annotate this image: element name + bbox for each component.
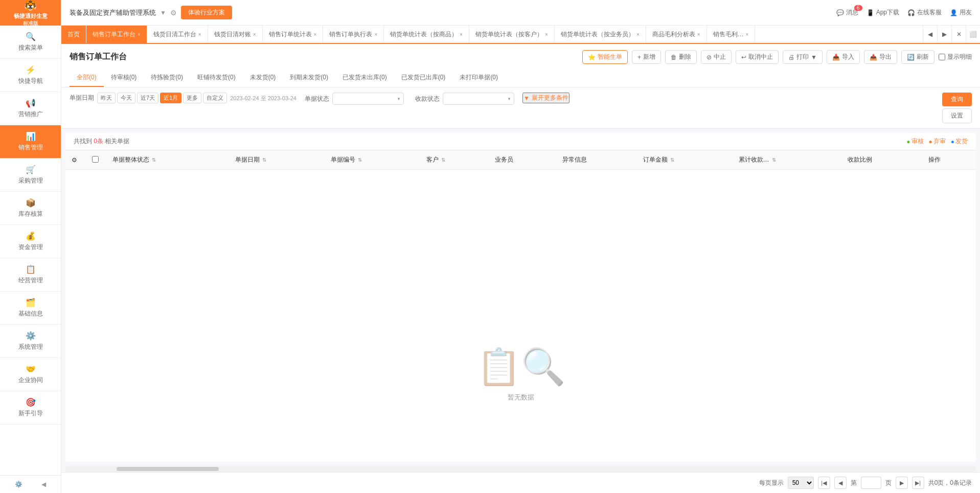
subtab-0[interactable]: 全部(0) bbox=[70, 69, 104, 87]
subtab-7[interactable]: 已发货已出库(0) bbox=[394, 69, 453, 87]
tab-5[interactable]: 销售订单执行表× bbox=[323, 26, 384, 43]
subtab-6[interactable]: 已发货未出库(0) bbox=[335, 69, 394, 87]
query-button[interactable]: 查询 bbox=[942, 93, 972, 106]
sidebar-item-10[interactable]: 🤝企业协同 bbox=[0, 358, 61, 391]
tab-close-4[interactable]: × bbox=[314, 32, 317, 37]
tab-prev-arrow[interactable]: ◀ bbox=[923, 26, 937, 43]
expand-filter-button[interactable]: ▼ 展开更多条件 bbox=[522, 93, 569, 103]
horizontal-scrollbar[interactable] bbox=[65, 466, 976, 472]
sidebar-item-4[interactable]: 🛒采购管理 bbox=[0, 159, 61, 192]
show-detail-checkbox[interactable]: 显示明细 bbox=[939, 53, 972, 61]
scroll-thumb[interactable] bbox=[117, 467, 219, 471]
tab-0[interactable]: 首页 bbox=[61, 26, 86, 43]
sort-icon-status[interactable]: ⇅ bbox=[152, 157, 156, 163]
tab-next-arrow[interactable]: ▶ bbox=[937, 26, 951, 43]
tab-close-7[interactable]: × bbox=[545, 32, 548, 37]
online-service-item[interactable]: 🎧 在线客服 bbox=[907, 8, 942, 17]
delete-button[interactable]: 🗑 删除 bbox=[665, 50, 697, 64]
subtab-8[interactable]: 未打印单据(0) bbox=[452, 69, 505, 87]
cancel-suspend-button[interactable]: ↩ 取消中止 bbox=[736, 50, 779, 64]
settings-icon[interactable]: ⚙️ bbox=[15, 481, 22, 488]
status-select[interactable] bbox=[332, 93, 404, 105]
refresh-button[interactable]: 🔄 刷新 bbox=[901, 50, 935, 64]
subtab-3[interactable]: 旺铺待发货(0) bbox=[190, 69, 243, 87]
tab-7[interactable]: 销货单统计表（按客户）× bbox=[469, 26, 555, 43]
tab-close-6[interactable]: × bbox=[460, 32, 463, 37]
sidebar-item-1[interactable]: ⚡快捷导航 bbox=[0, 59, 61, 92]
collapse-icon[interactable]: ◀ bbox=[41, 481, 46, 488]
date-btn-近7天[interactable]: 近7天 bbox=[137, 93, 158, 103]
app-download-item[interactable]: 📱 App下载 bbox=[867, 8, 899, 17]
date-btn-昨天[interactable]: 昨天 bbox=[97, 93, 116, 103]
per-page-select[interactable]: 102050100 bbox=[788, 477, 814, 489]
select-all-checkbox[interactable] bbox=[92, 156, 99, 163]
tab-6[interactable]: 销货单统计表（按商品）× bbox=[384, 26, 469, 43]
next-page-btn[interactable]: ▶ bbox=[896, 477, 908, 489]
show-detail-input[interactable] bbox=[939, 54, 945, 60]
solution-button[interactable]: 体验行业方案 bbox=[181, 6, 232, 19]
tab-close-1[interactable]: × bbox=[138, 32, 141, 37]
export-button[interactable]: 📤 导出 bbox=[864, 50, 897, 64]
date-btn-近1月[interactable]: 近1月 bbox=[160, 93, 181, 103]
first-page-btn[interactable]: |◀ bbox=[818, 477, 830, 489]
sidebar-item-9[interactable]: ⚙️系统管理 bbox=[0, 325, 61, 358]
ship-action[interactable]: ● 发货 bbox=[951, 137, 968, 146]
add-button[interactable]: + 新增 bbox=[632, 50, 661, 64]
tab-3[interactable]: 钱货日清对账× bbox=[208, 26, 263, 43]
page-input[interactable]: 1 bbox=[861, 477, 881, 489]
subtab-label-2: 待拣验货(0) bbox=[151, 74, 183, 81]
sort-icon-number[interactable]: ⇅ bbox=[358, 157, 362, 163]
sidebar-item-6[interactable]: 💰资金管理 bbox=[0, 225, 61, 258]
subtab-5[interactable]: 到期未发货(0) bbox=[283, 69, 335, 87]
tab-maximize[interactable]: ⬜ bbox=[966, 26, 980, 43]
message-icon-item[interactable]: 💬 消息 6 bbox=[836, 8, 858, 17]
tab-1[interactable]: 销售订单工作台× bbox=[86, 26, 147, 43]
date-btn-更多[interactable]: 更多 bbox=[183, 93, 201, 103]
last-page-btn[interactable]: ▶| bbox=[912, 477, 924, 489]
sidebar-item-5[interactable]: 📦库存核算 bbox=[0, 192, 61, 225]
tab-2[interactable]: 钱货日清工作台× bbox=[147, 26, 208, 43]
import-button[interactable]: 📥 导入 bbox=[827, 50, 860, 64]
setting-button[interactable]: 设置 bbox=[942, 108, 972, 123]
smart-generate-button[interactable]: ⭐ 智能生单 bbox=[582, 50, 628, 64]
sidebar-item-2[interactable]: 📢营销推广 bbox=[0, 92, 61, 125]
tab-8[interactable]: 销货单统计表（按业务员）× bbox=[555, 26, 646, 43]
subtab-4[interactable]: 未发货(0) bbox=[243, 69, 283, 87]
content-area: 销售订单工作台 ⭐ 智能生单 + 新增 🗑 删除 ⊘ bbox=[61, 44, 980, 493]
payment-select[interactable] bbox=[443, 93, 514, 105]
cancel-approve-action[interactable]: ● 弃审 bbox=[929, 137, 946, 146]
th-checkbox[interactable] bbox=[86, 150, 106, 170]
tab-close-5[interactable]: × bbox=[374, 32, 377, 37]
tab-close-8[interactable]: × bbox=[636, 32, 640, 37]
th-settings[interactable]: ⚙ bbox=[65, 150, 86, 170]
settings-icon[interactable]: ⚙ bbox=[170, 9, 177, 17]
print-button[interactable]: 🖨 打印 ▼ bbox=[783, 50, 823, 64]
tab-9[interactable]: 商品毛利分析表× bbox=[646, 26, 707, 43]
tab-close-2[interactable]: × bbox=[198, 32, 201, 37]
tab-close-10[interactable]: × bbox=[746, 32, 749, 37]
sort-icon-amount[interactable]: ⇅ bbox=[670, 157, 674, 163]
tab-close-3[interactable]: × bbox=[253, 32, 256, 37]
sidebar-item-8[interactable]: 🗂️基础信息 bbox=[0, 292, 61, 325]
sidebar-item-11[interactable]: 🎯新手引导 bbox=[0, 391, 61, 424]
suspend-button[interactable]: ⊘ 中止 bbox=[701, 50, 732, 64]
date-btn-今天[interactable]: 今天 bbox=[117, 93, 135, 103]
sidebar-item-7[interactable]: 📋经营管理 bbox=[0, 258, 61, 292]
sort-icon-date[interactable]: ⇅ bbox=[262, 157, 266, 163]
approve-action[interactable]: ● 审核 bbox=[906, 137, 923, 146]
subtab-1[interactable]: 待审核(0) bbox=[104, 69, 144, 87]
dropdown-arrow[interactable]: ▼ bbox=[160, 9, 166, 16]
user-item[interactable]: 👤 用友 bbox=[950, 8, 972, 17]
tab-4[interactable]: 销售订单统计表× bbox=[263, 26, 324, 43]
date-btn-自定义[interactable]: 自定义 bbox=[203, 93, 227, 103]
sort-icon-collected[interactable]: ⇅ bbox=[772, 157, 776, 163]
sidebar-item-3[interactable]: 📊销售管理 bbox=[0, 125, 61, 159]
tab-10[interactable]: 销售毛利…× bbox=[707, 26, 756, 43]
subtab-2[interactable]: 待拣验货(0) bbox=[144, 69, 190, 87]
sidebar-item-0[interactable]: 🔍搜索菜单 bbox=[0, 26, 61, 59]
prev-page-btn[interactable]: ◀ bbox=[834, 477, 847, 489]
tab-close-all[interactable]: ✕ bbox=[951, 26, 966, 43]
sort-icon-customer[interactable]: ⇅ bbox=[441, 157, 445, 163]
tab-close-9[interactable]: × bbox=[697, 32, 700, 37]
table-scroll-container[interactable]: ⚙ 单据整体状态 ⇅ 单据日期 ⇅ 单据编号 ⇅ 客户 ⇅ 业务员 异常信息 订… bbox=[65, 150, 976, 286]
